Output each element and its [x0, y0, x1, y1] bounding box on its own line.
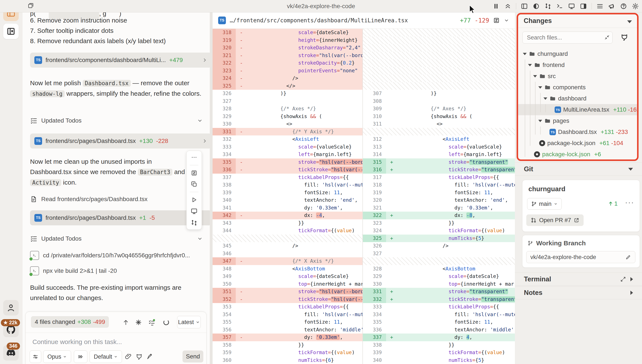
tree-folder-pages[interactable]: pages	[518, 115, 637, 126]
dots-icon[interactable]	[191, 154, 198, 161]
collapse-up-icon[interactable]	[504, 2, 511, 10]
tree-folder-src[interactable]: src	[518, 70, 637, 82]
diff-code-row: 327	[213, 98, 362, 105]
assistant-paragraph: Now let me clean up the unused imports i…	[30, 156, 188, 188]
tree-folder-dashboard[interactable]: dashboard	[518, 93, 637, 104]
file-chip[interactable]: TSfrontend/src/pages/Dashboard.tsx+1-5	[30, 210, 210, 225]
diff-code-row: 343 }}	[213, 219, 362, 227]
diff-code-row: 329 {showAxis && (	[213, 113, 362, 120]
asterisk-icon[interactable]	[135, 319, 142, 326]
diff-view-icon[interactable]	[493, 17, 500, 24]
checklist-dot-icon[interactable]	[148, 319, 156, 326]
rail-user-button[interactable]	[3, 300, 19, 316]
diff-code-row: 324- />	[213, 74, 362, 82]
read-file-row[interactable]: Read frontend/src/pages/Dashboard.tsx	[30, 194, 203, 204]
git-section-header[interactable]: Git	[515, 162, 642, 176]
file-chip[interactable]: TSfrontend/src/components/dashboard/Mult…	[30, 52, 210, 68]
settings-sliders-button[interactable]	[30, 350, 41, 363]
file-chip-name: frontend/src/components/dashboard/MultiL…	[46, 57, 166, 64]
separator	[591, 3, 592, 10]
version-dropdown[interactable]: Latest	[177, 316, 201, 328]
tree-guide-line	[540, 126, 541, 134]
updated-todos-row[interactable]: Updated Todos	[30, 116, 203, 126]
tree-item-label: dashboard	[558, 95, 586, 102]
model-dropdown[interactable]: Opus	[43, 350, 71, 363]
caret-down-icon	[523, 53, 527, 55]
diff-panel: TS …/frontend/src/components/dashboard/M…	[213, 12, 515, 364]
search-input[interactable]	[526, 33, 598, 42]
diff-code-row: 308	[363, 98, 515, 105]
terminal-command-row[interactable]: cd /private/var/folders/10/h7w0q46556ggr…	[30, 250, 203, 260]
diff-code-row: 360 numTicks={6}	[213, 356, 362, 364]
package-icon	[539, 140, 545, 146]
updated-todos-row[interactable]: Updated Todos	[30, 234, 203, 244]
terminal-section-header[interactable]: Terminal	[515, 272, 642, 286]
diff-code-row: 327	[363, 250, 515, 258]
diff-code-row: 339 fontSize: 11,	[213, 189, 362, 196]
diff-icon[interactable]	[191, 170, 198, 176]
settings-icon[interactable]	[632, 2, 639, 10]
diff-code-row: 354 fill: 'hsl(var(--muted-fo	[213, 311, 362, 318]
tree-folder-components[interactable]: components	[518, 82, 637, 93]
diff-code-row: 337+ dy: 4,	[363, 334, 515, 341]
rail-discord-button[interactable]: 346	[3, 345, 19, 360]
chevron-down-icon	[197, 118, 203, 124]
theme-icon[interactable]	[532, 2, 540, 10]
more-menu-icon[interactable]: ···	[625, 198, 634, 206]
tree-folder-frontend[interactable]: frontend	[518, 60, 637, 70]
git-compare-icon[interactable]	[544, 2, 552, 10]
mode-dropdown[interactable]: Default	[90, 350, 122, 363]
diff-code-row: 341 dy: '0.33em',	[213, 204, 362, 212]
send-button[interactable]: Send	[183, 350, 203, 362]
display-icon[interactable]	[191, 208, 198, 215]
tree-file-package-lock.json[interactable]: package-lock.json+6	[518, 149, 637, 160]
chevron-right-icon	[202, 58, 207, 63]
chevron-down-icon[interactable]	[504, 18, 509, 23]
rail-github-button[interactable]: ★ 22k	[3, 322, 19, 337]
pause-icon[interactable]	[492, 2, 500, 10]
tree-guide-line	[530, 70, 530, 146]
message-input[interactable]: Continue working on this task...	[33, 338, 122, 346]
terminal-icon[interactable]	[556, 2, 563, 10]
tree-file-Dashboard.tsx[interactable]: TSDashboard.tsx+131 -233	[518, 126, 637, 138]
paperclip-icon[interactable]	[125, 353, 132, 360]
menu-icon[interactable]	[596, 2, 603, 10]
expand-icon[interactable]	[620, 276, 626, 282]
section-collapse-caret[interactable]	[627, 20, 632, 23]
tree-folder-churnguard[interactable]: churnguard	[518, 48, 637, 60]
help-icon[interactable]	[620, 2, 627, 10]
repo-card: churnguard main 1 ··· Open PR #7	[522, 180, 640, 232]
commits-ahead[interactable]: 1	[608, 200, 618, 207]
panel-left-icon[interactable]	[521, 2, 528, 10]
file-chip[interactable]: TSfrontend/src/pages/Dashboard.tsx+130-2…	[30, 134, 210, 148]
tree-item-label: package-lock.json	[542, 151, 590, 158]
arrow-up-icon[interactable]	[122, 319, 129, 326]
tree-file-MultiLineArea.tsx[interactable]: TSMultiLineArea.tsx+110 -162	[518, 104, 637, 115]
working-branch-input[interactable]: vk/4e2a-explore-the-code	[526, 251, 635, 263]
fast-forward-button[interactable]	[74, 350, 87, 363]
spinner-icon[interactable]	[163, 319, 170, 326]
diff-added-count: +77	[460, 17, 471, 24]
branch-dropdown[interactable]: main	[527, 198, 562, 210]
display-icon[interactable]	[568, 2, 575, 10]
tree-file-package-lock.json[interactable]: package-lock.json+61 -104	[518, 138, 637, 149]
terminal-command-row[interactable]: npx vite build 2>&1 | tail -20	[30, 266, 203, 276]
pen-icon[interactable]	[147, 353, 153, 360]
folder-icon	[544, 118, 551, 124]
diff-code-row: 333 tickLabelProps={{	[363, 303, 515, 311]
play-icon[interactable]	[191, 196, 198, 203]
panel-right-icon[interactable]	[580, 2, 587, 10]
topbar-actions	[492, 0, 639, 12]
separator	[190, 165, 198, 165]
cat-icon[interactable]	[620, 33, 628, 42]
diff-code-row: 328 {/* Axes */}	[213, 105, 362, 113]
open-pr-button[interactable]: Open PR #7	[526, 214, 583, 226]
cat-icon[interactable]	[136, 353, 143, 360]
collapse-tree-icon[interactable]	[604, 34, 610, 40]
megaphone-icon[interactable]	[608, 2, 615, 10]
rail-kanban-button[interactable]	[3, 24, 19, 39]
notes-section-header[interactable]: Notes	[515, 286, 642, 300]
git-compare-icon[interactable]	[191, 219, 198, 226]
files-changed-badge[interactable]: 4 files changed +308 -499	[31, 316, 109, 328]
copy-icon[interactable]	[191, 181, 198, 188]
